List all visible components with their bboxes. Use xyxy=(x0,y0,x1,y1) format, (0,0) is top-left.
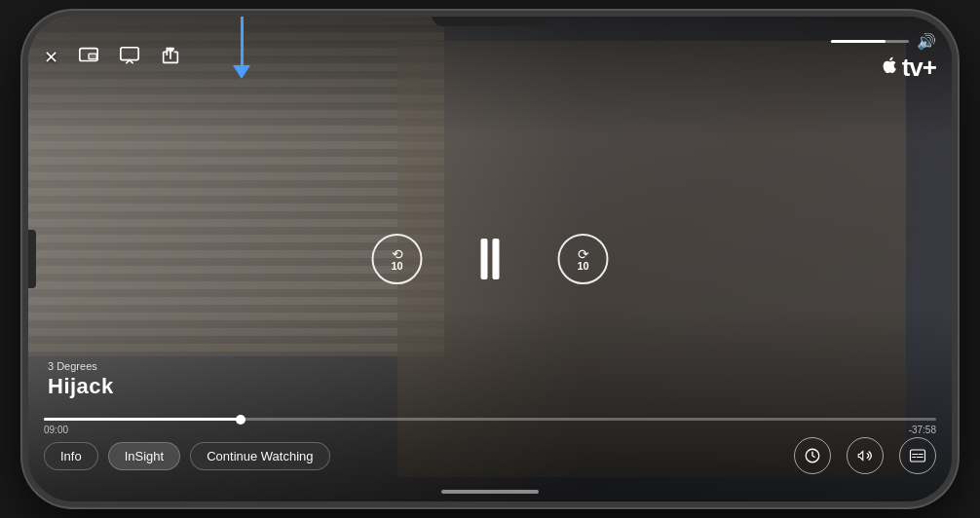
right-action-icons xyxy=(794,437,936,474)
forward-10-button[interactable]: ⟳ 10 xyxy=(558,234,609,284)
progress-area: 09:00 -37:58 xyxy=(44,418,936,435)
progress-times: 09:00 -37:58 xyxy=(44,425,936,435)
time-current: 09:00 xyxy=(44,425,68,435)
share-button[interactable] xyxy=(160,45,181,70)
pip-icon xyxy=(78,45,99,66)
time-remaining: -37:58 xyxy=(909,425,936,435)
top-right-controls: 🔊 tv+ xyxy=(831,32,936,83)
progress-thumb[interactable] xyxy=(236,415,245,425)
rewind-10-button[interactable]: ⟲ 10 xyxy=(372,234,423,284)
arrow-shaft xyxy=(241,17,244,65)
subtitles-icon xyxy=(909,447,926,464)
volume-icon: 🔊 xyxy=(917,32,936,51)
forward-arrows-icon: ⟳ xyxy=(578,247,589,261)
audio-icon xyxy=(856,447,874,464)
pip-button[interactable] xyxy=(78,45,99,70)
top-left-controls: ✕ xyxy=(44,45,181,70)
tv-plus-text: tv+ xyxy=(902,53,936,83)
rewind-seconds-label: 10 xyxy=(391,261,402,272)
pause-button[interactable] xyxy=(481,239,500,279)
audio-button[interactable] xyxy=(847,437,884,474)
forward-seconds-label: 10 xyxy=(577,261,588,272)
airplay-icon xyxy=(119,45,140,66)
center-playback-controls: ⟲ 10 ⟳ 10 xyxy=(372,234,609,284)
title-info: 3 Degrees Hijack xyxy=(48,360,114,399)
volume-control[interactable]: 🔊 xyxy=(831,32,936,51)
bottom-buttons-row: Info InSight Continue Watching xyxy=(44,437,936,474)
airplay-button[interactable] xyxy=(119,45,140,70)
volume-fill xyxy=(831,40,886,43)
pause-bar-right xyxy=(493,239,500,279)
side-camera xyxy=(28,230,36,288)
svg-rect-2 xyxy=(121,48,138,60)
pill-buttons-group: Info InSight Continue Watching xyxy=(44,442,330,470)
info-button[interactable]: Info xyxy=(44,442,98,470)
apple-logo-svg xyxy=(879,55,900,76)
pause-bar-left xyxy=(481,239,488,279)
home-indicator[interactable] xyxy=(441,490,539,494)
close-button[interactable]: ✕ xyxy=(44,47,58,68)
volume-bar[interactable] xyxy=(831,40,909,43)
progress-bar[interactable] xyxy=(44,418,936,421)
subtitles-button[interactable] xyxy=(899,437,936,474)
airplay-arrow-indicator xyxy=(233,17,250,79)
share-icon xyxy=(160,45,181,66)
show-title: Hijack xyxy=(48,374,114,399)
top-controls-bar: ✕ xyxy=(44,32,936,83)
speed-icon xyxy=(804,447,821,464)
rewind-arrows-icon: ⟲ xyxy=(392,247,403,261)
appletv-brand-text: tv+ xyxy=(876,53,936,83)
arrow-head xyxy=(233,65,250,79)
insight-button[interactable]: InSight xyxy=(108,442,180,470)
episode-label: 3 Degrees xyxy=(48,360,114,372)
svg-rect-1 xyxy=(89,54,96,59)
svg-rect-5 xyxy=(911,450,925,462)
continue-watching-button[interactable]: Continue Watching xyxy=(190,442,329,470)
appletv-logo: 🔊 tv+ xyxy=(831,32,936,83)
progress-fill xyxy=(44,418,241,421)
phone-frame: ✕ xyxy=(22,11,958,507)
playback-speed-button[interactable] xyxy=(794,437,831,474)
